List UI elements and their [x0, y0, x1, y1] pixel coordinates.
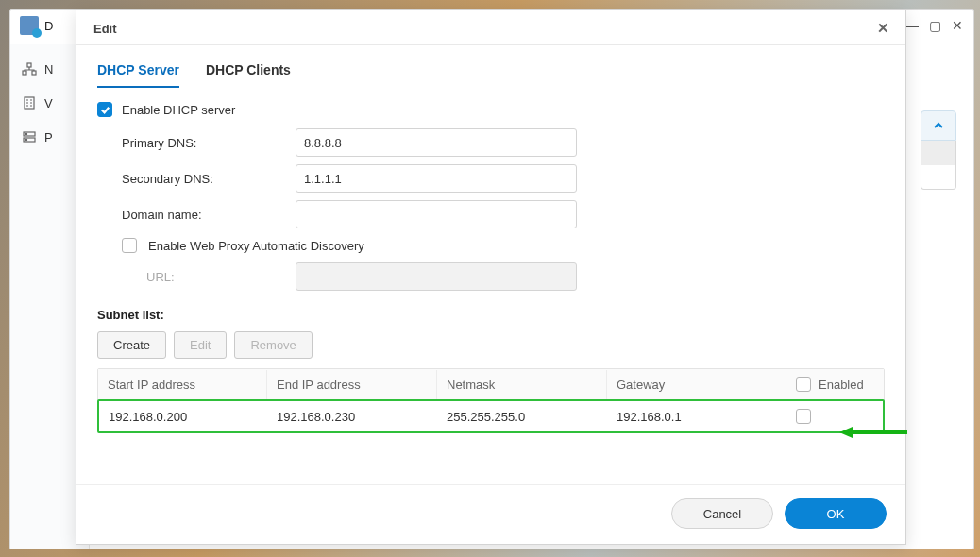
col-enabled-label: Enabled — [819, 378, 864, 392]
cell-netmask: 255.255.255.0 — [437, 402, 607, 431]
svg-marker-9 — [839, 427, 853, 438]
wpad-checkbox[interactable] — [122, 238, 137, 253]
primary-dns-input[interactable] — [296, 128, 577, 157]
primary-dns-label: Primary DNS: — [122, 136, 296, 150]
secondary-dns-label: Secondary DNS: — [122, 172, 296, 186]
network-icon — [22, 61, 37, 76]
cell-gateway: 192.168.0.1 — [607, 402, 786, 431]
minimize-icon[interactable]: — — [905, 19, 919, 32]
building-icon — [22, 95, 37, 110]
url-label: URL: — [146, 270, 296, 284]
panel-collapse-toggle[interactable] — [921, 110, 956, 141]
maximize-icon[interactable]: ▢ — [928, 19, 941, 32]
svg-rect-5 — [24, 138, 35, 142]
domain-name-label: Domain name: — [122, 208, 296, 222]
dialog-title: Edit — [93, 22, 875, 36]
tab-dhcp-server[interactable]: DHCP Server — [97, 57, 179, 87]
panel-strip — [921, 165, 956, 190]
svg-rect-3 — [25, 97, 34, 109]
sidebar-item-label: P — [44, 130, 53, 144]
svg-rect-2 — [27, 63, 31, 67]
dhcp-fields: Primary DNS: Secondary DNS: Domain name:… — [97, 128, 885, 291]
tab-dhcp-clients[interactable]: DHCP Clients — [206, 57, 291, 87]
right-panel-collapse — [921, 110, 956, 190]
close-icon[interactable]: ✕ — [951, 19, 964, 32]
subnet-table: Start IP address End IP address Netmask … — [97, 368, 885, 433]
cell-end-ip: 192.168.0.230 — [267, 402, 437, 431]
cancel-button[interactable]: Cancel — [671, 498, 773, 529]
remove-button[interactable]: Remove — [234, 331, 312, 359]
annotation-arrow-icon — [839, 424, 907, 441]
enable-dhcp-checkbox[interactable] — [97, 102, 112, 117]
enable-dhcp-label: Enable DHCP server — [122, 103, 235, 117]
svg-point-6 — [25, 133, 26, 134]
col-enabled[interactable]: Enabled — [786, 369, 884, 399]
table-row[interactable]: 192.168.0.200 192.168.0.230 255.255.255.… — [97, 399, 885, 433]
url-input — [296, 262, 577, 291]
subnet-list-heading: Subnet list: — [97, 308, 885, 322]
svg-rect-1 — [32, 71, 36, 75]
svg-rect-0 — [23, 71, 26, 75]
edit-button[interactable]: Edit — [174, 331, 227, 359]
domain-name-input[interactable] — [296, 200, 577, 228]
server-icon — [22, 129, 37, 144]
panel-strip — [921, 141, 956, 165]
col-end-ip[interactable]: End IP address — [266, 370, 436, 399]
secondary-dns-input[interactable] — [296, 164, 577, 193]
close-icon[interactable]: ✕ — [875, 20, 890, 37]
wpad-label: Enable Web Proxy Automatic Discovery — [148, 239, 364, 253]
sidebar-item-label: V — [44, 96, 53, 110]
enable-dhcp-row: Enable DHCP server — [97, 102, 885, 117]
app-icon — [20, 16, 39, 35]
create-button[interactable]: Create — [97, 331, 166, 359]
col-start-ip[interactable]: Start IP address — [98, 370, 266, 399]
col-gateway[interactable]: Gateway — [606, 370, 786, 399]
dialog-header: Edit ✕ — [76, 10, 905, 45]
subnet-buttons: Create Edit Remove — [97, 331, 885, 359]
cell-start-ip: 192.168.0.200 — [99, 402, 267, 431]
ok-button[interactable]: OK — [785, 498, 887, 529]
dialog-footer: Cancel OK — [76, 484, 905, 544]
col-netmask[interactable]: Netmask — [436, 370, 606, 399]
dialog-body: Enable DHCP server Primary DNS: Secondar… — [76, 87, 905, 484]
sidebar-item-label: N — [44, 62, 53, 76]
svg-rect-4 — [24, 132, 35, 136]
wpad-row: Enable Web Proxy Automatic Discovery — [122, 238, 885, 253]
row-enabled-checkbox[interactable] — [796, 409, 811, 424]
table-header: Start IP address End IP address Netmask … — [98, 369, 884, 400]
window-controls: — ▢ ✕ — [905, 19, 964, 32]
svg-point-7 — [25, 139, 26, 140]
dialog-tabs: DHCP Server DHCP Clients — [76, 45, 905, 87]
enabled-header-checkbox[interactable] — [796, 377, 811, 392]
edit-dialog: Edit ✕ DHCP Server DHCP Clients Enable D… — [76, 9, 906, 545]
